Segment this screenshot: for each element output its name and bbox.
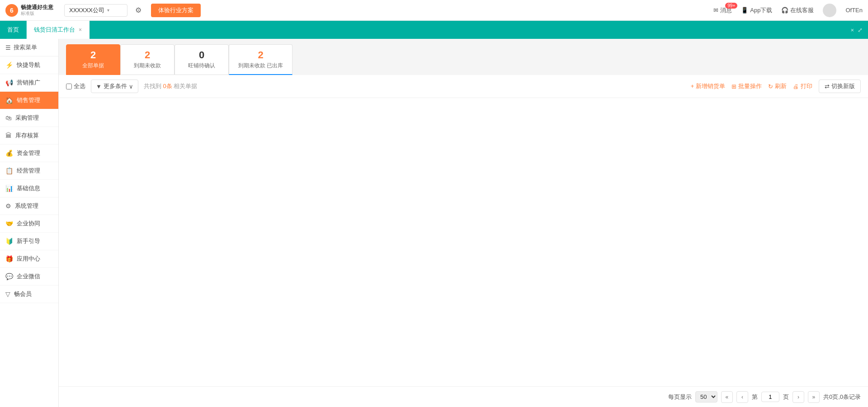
messages-badge: 99+ xyxy=(725,3,737,9)
select-all-checkbox[interactable]: 全选 xyxy=(66,82,85,90)
wechat-icon: 💬 xyxy=(5,273,13,280)
found-text: 共找到 0条 相关单据 xyxy=(144,82,197,90)
sidebar-item-base-info[interactable]: 📊 基础信息 xyxy=(0,180,58,197)
tab-wangpu-label: 旺铺待确认 xyxy=(184,62,219,70)
logo-area: 6 畅捷通好生意 标准版 xyxy=(5,4,64,17)
tab-home[interactable]: 首页 xyxy=(0,21,27,39)
minimize-icon[interactable]: × xyxy=(850,27,854,33)
tab-close-icon[interactable]: × xyxy=(79,27,82,33)
print-label: 打印 xyxy=(801,82,812,90)
tab-bar: 首页 钱货日清工作台 × × ⤢ xyxy=(0,21,868,39)
sidebar-search-label: 搜索菜单 xyxy=(14,43,37,51)
last-page-button[interactable]: » xyxy=(808,391,820,403)
user-name: OfTEn xyxy=(845,7,863,14)
app-download-button[interactable]: 📱 App下载 xyxy=(741,6,772,14)
sidebar-item-label: 基础信息 xyxy=(17,184,40,192)
next-page-button[interactable]: › xyxy=(793,391,804,403)
tab-active-label: 钱货日清工作台 xyxy=(34,26,75,34)
app-center-icon: 🎁 xyxy=(5,255,13,262)
sidebar-item-purchase[interactable]: 🛍 采购管理 xyxy=(0,109,58,127)
sidebar-item-cooperation[interactable]: 🤝 企业协同 xyxy=(0,215,58,233)
download-icon: 📱 xyxy=(741,7,748,14)
sidebar-item-label: 快捷导航 xyxy=(17,61,40,69)
sidebar-item-label: 企业协同 xyxy=(17,220,40,228)
sidebar-item-label: 畅会员 xyxy=(14,290,32,298)
summary-tab-overdue[interactable]: 2 到期未收款 xyxy=(120,44,175,75)
company-name: XXXXXX公司 xyxy=(69,6,104,14)
refresh-button[interactable]: ↻ 刷新 xyxy=(768,82,787,90)
tab-wangpu-number: 0 xyxy=(184,49,219,61)
main-layout: ☰ 搜索菜单 ⚡ 快捷导航 📢 营销推广 🏠 销售管理 🛍 采购管理 🏛 库存核… xyxy=(0,39,868,407)
quick-nav-icon: ⚡ xyxy=(5,61,13,69)
gear-icon: ⚙ xyxy=(135,6,142,14)
online-service-label: 在线客服 xyxy=(790,6,814,14)
sidebar-item-operations[interactable]: 📋 经营管理 xyxy=(0,162,58,180)
switch-version-button[interactable]: ⇄ 切换新版 xyxy=(819,80,861,93)
page-input[interactable] xyxy=(761,392,779,402)
base-info-icon: 📊 xyxy=(5,185,13,192)
sidebar-item-guide[interactable]: 🔰 新手引导 xyxy=(0,233,58,250)
app-name: 畅捷通好生意 xyxy=(21,4,53,10)
company-selector[interactable]: XXXXXX公司 ▾ xyxy=(64,4,127,17)
content-area: 2 全部单据 2 到期未收款 0 旺铺待确认 2 到期未收款 已出库 全选 xyxy=(59,39,868,407)
messages-button[interactable]: ✉ 消息 99+ xyxy=(713,6,732,14)
settings-button[interactable]: ⚙ xyxy=(131,3,146,18)
summary-tab-all[interactable]: 2 全部单据 xyxy=(66,44,120,75)
trial-button[interactable]: 体验行业方案 xyxy=(151,4,201,17)
app-download-label: App下载 xyxy=(750,6,772,14)
online-service-button[interactable]: 🎧 在线客服 xyxy=(781,6,814,14)
top-header: 6 畅捷通好生意 标准版 XXXXXX公司 ▾ ⚙ 体验行业方案 ✉ 消息 99… xyxy=(0,0,868,21)
tab-overdue-number: 2 xyxy=(130,49,165,61)
sidebar-item-label: 营销推广 xyxy=(17,79,40,87)
add-button[interactable]: + 新增销货单 xyxy=(691,82,725,90)
tab-all-label: 全部单据 xyxy=(75,62,111,70)
sidebar-item-label: 新手引导 xyxy=(17,237,40,245)
app-version: 标准版 xyxy=(21,11,53,16)
avatar[interactable] xyxy=(823,4,836,17)
sidebar: ☰ 搜索菜单 ⚡ 快捷导航 📢 营销推广 🏠 销售管理 🛍 采购管理 🏛 库存核… xyxy=(0,39,59,407)
found-suffix: 相关单据 xyxy=(174,83,197,89)
print-button[interactable]: 🖨 打印 xyxy=(793,82,812,90)
pagination: 每页显示 50 « ‹ 第 页 › » 共0页,0条记录 xyxy=(59,386,868,407)
page-size-select[interactable]: 50 xyxy=(695,391,717,402)
batch-icon: ⊞ xyxy=(731,83,736,90)
total-label: 共0页,0条记录 xyxy=(823,393,861,401)
chevron-down-icon: ▾ xyxy=(107,8,109,13)
current-page-label: 第 xyxy=(752,393,758,401)
finance-icon: 💰 xyxy=(5,150,13,157)
tab-active[interactable]: 钱货日清工作台 × xyxy=(27,21,90,39)
print-icon: 🖨 xyxy=(793,83,799,90)
summary-tab-overdue-shipped[interactable]: 2 到期未收款 已出库 xyxy=(229,44,292,75)
service-icon: 🎧 xyxy=(781,7,788,14)
tab-overdue-label: 到期未收款 xyxy=(130,62,165,70)
cooperation-icon: 🤝 xyxy=(5,220,13,227)
sidebar-search[interactable]: ☰ 搜索菜单 xyxy=(0,39,58,56)
switch-label: 切换新版 xyxy=(831,82,855,90)
filter-icon: ▼ xyxy=(96,83,102,90)
logo-icon: 6 xyxy=(5,4,18,17)
sales-icon: 🏠 xyxy=(5,97,13,104)
expand-icon[interactable]: ⤢ xyxy=(858,27,863,33)
tab-overdue-shipped-label: 到期未收款 已出库 xyxy=(238,62,283,70)
filter-button[interactable]: ▼ 更多条件 ∨ xyxy=(91,80,138,93)
sidebar-item-quick-nav[interactable]: ⚡ 快捷导航 xyxy=(0,56,58,74)
sidebar-item-system[interactable]: ⚙ 系统管理 xyxy=(0,197,58,215)
found-prefix: 共找到 xyxy=(144,83,161,89)
sidebar-item-inventory[interactable]: 🏛 库存核算 xyxy=(0,127,58,145)
select-all-input[interactable] xyxy=(66,84,72,89)
sidebar-item-member[interactable]: ▽ 畅会员 xyxy=(0,285,58,303)
sidebar-item-label: 销售管理 xyxy=(17,96,40,104)
sidebar-item-wechat[interactable]: 💬 企业微信 xyxy=(0,268,58,285)
sidebar-item-sales[interactable]: 🏠 销售管理 xyxy=(0,92,58,109)
prev-page-button[interactable]: ‹ xyxy=(736,391,748,403)
sidebar-item-finance[interactable]: 💰 资金管理 xyxy=(0,145,58,162)
select-all-label: 全选 xyxy=(74,82,85,90)
header-right: ✉ 消息 99+ 📱 App下载 🎧 在线客服 OfTEn xyxy=(713,4,863,17)
summary-tab-wangpu[interactable]: 0 旺铺待确认 xyxy=(175,44,229,75)
batch-button[interactable]: ⊞ 批量操作 xyxy=(731,82,762,90)
sidebar-item-app-center[interactable]: 🎁 应用中心 xyxy=(0,250,58,268)
member-icon: ▽ xyxy=(5,290,10,298)
first-page-button[interactable]: « xyxy=(721,391,733,403)
sidebar-item-marketing[interactable]: 📢 营销推广 xyxy=(0,74,58,92)
sidebar-item-label: 资金管理 xyxy=(17,149,40,157)
